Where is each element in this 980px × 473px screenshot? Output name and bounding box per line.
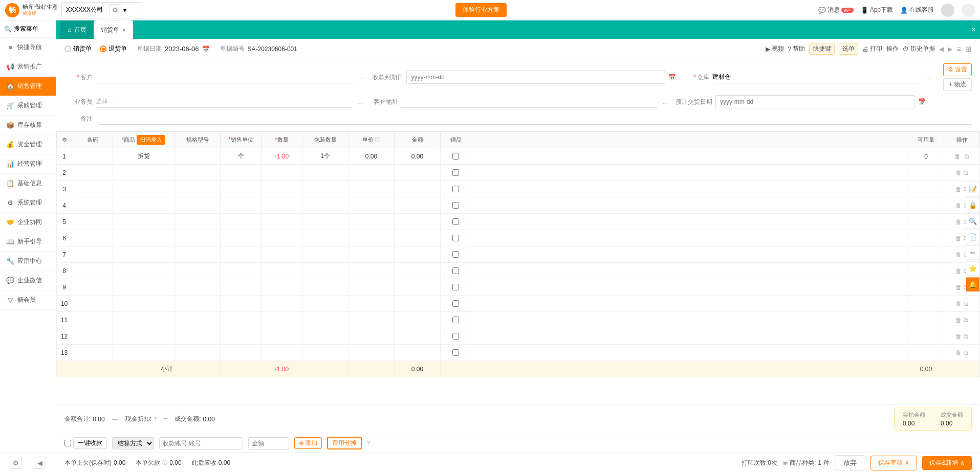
gift-checkbox[interactable] bbox=[452, 218, 459, 225]
row-spec[interactable] bbox=[175, 165, 221, 181]
payment-method-select[interactable]: 结算方式 bbox=[112, 437, 154, 449]
row-pack-qty[interactable] bbox=[302, 296, 349, 312]
row-unit[interactable] bbox=[221, 279, 262, 296]
row-unit[interactable] bbox=[221, 263, 262, 279]
sidebar-item-purchase[interactable]: 🛒 采购管理 bbox=[0, 96, 56, 116]
customer-addr-input[interactable] bbox=[401, 96, 657, 108]
copy-icon[interactable]: ⧉ bbox=[964, 349, 968, 356]
account-input[interactable] bbox=[159, 437, 243, 449]
gift-checkbox[interactable] bbox=[452, 267, 459, 274]
gift-checkbox[interactable] bbox=[452, 333, 459, 340]
row-spec[interactable] bbox=[175, 181, 221, 197]
shortcut-btn[interactable]: 快捷键 bbox=[809, 43, 835, 55]
row-unit-price[interactable] bbox=[349, 312, 395, 328]
sidebar-item-quick-nav[interactable]: ≡ 快捷导航 bbox=[0, 38, 56, 57]
row-gift[interactable] bbox=[441, 263, 471, 279]
row-unit-price[interactable] bbox=[349, 279, 395, 296]
row-spec[interactable] bbox=[175, 148, 221, 165]
delete-icon[interactable]: 🗑 bbox=[955, 333, 962, 340]
row-barcode[interactable] bbox=[72, 296, 113, 312]
gift-checkbox[interactable] bbox=[452, 235, 459, 241]
row-qty[interactable] bbox=[262, 345, 302, 361]
company-selector[interactable]: XXXXXX公司 ⚙ ▾ bbox=[61, 2, 143, 18]
expected-date-input[interactable] bbox=[715, 95, 915, 108]
row-barcode[interactable] bbox=[72, 312, 113, 328]
print-btn[interactable]: 🖨 打印 bbox=[862, 44, 882, 53]
next-icon[interactable]: ▶ bbox=[948, 46, 952, 53]
row-unit[interactable] bbox=[221, 230, 262, 246]
copy-icon[interactable]: ⧉ bbox=[964, 333, 968, 340]
sidebar-item-finance[interactable]: 💰 资金管理 bbox=[0, 135, 56, 154]
row-unit[interactable] bbox=[221, 312, 262, 328]
row-gift[interactable] bbox=[441, 345, 471, 361]
sidebar-item-operation[interactable]: 📊 经营管理 bbox=[0, 154, 56, 174]
row-spec[interactable] bbox=[175, 312, 221, 328]
copy-icon[interactable]: ⧉ bbox=[964, 317, 968, 324]
row-unit-price[interactable] bbox=[349, 230, 395, 246]
tab-close-icon[interactable]: × bbox=[122, 27, 125, 33]
row-unit[interactable] bbox=[221, 181, 262, 197]
row-barcode[interactable] bbox=[72, 328, 113, 345]
delete-icon[interactable]: 🗑 bbox=[955, 186, 962, 193]
message-btn[interactable]: 💬 消息 99+ bbox=[818, 6, 853, 14]
row-spec[interactable] bbox=[175, 296, 221, 312]
row-product[interactable]: 拆货 bbox=[113, 148, 175, 165]
row-spec[interactable] bbox=[175, 197, 221, 214]
select-order-btn[interactable]: 选单 bbox=[839, 43, 858, 55]
video-btn[interactable]: ▶ 视频 bbox=[766, 44, 784, 53]
delete-icon[interactable]: 🗑 bbox=[955, 267, 962, 275]
row-amount[interactable] bbox=[395, 279, 441, 296]
row-product[interactable] bbox=[113, 181, 175, 197]
row-unit[interactable] bbox=[221, 246, 262, 263]
save-new-button[interactable]: 保存&新增 ∧ bbox=[922, 456, 972, 470]
row-qty[interactable] bbox=[262, 214, 302, 230]
row-spec[interactable] bbox=[175, 246, 221, 263]
gift-checkbox[interactable] bbox=[452, 251, 459, 258]
row-amount[interactable] bbox=[395, 197, 441, 214]
scan-btn[interactable]: 扫码录入 bbox=[137, 135, 165, 145]
sidebar-search[interactable]: 🔍 搜索菜单 bbox=[0, 20, 56, 38]
row-product[interactable] bbox=[113, 345, 175, 361]
sidebar-item-marketing[interactable]: 📢 营销推广 bbox=[0, 57, 56, 77]
row-gift[interactable] bbox=[441, 328, 471, 345]
row-gift[interactable] bbox=[441, 165, 471, 181]
delete-icon[interactable]: 🗑 bbox=[955, 202, 962, 209]
warehouse-input[interactable]: 建材仓 bbox=[712, 71, 921, 83]
rf-btn-2[interactable]: 🔒 bbox=[966, 197, 980, 212]
row-pack-qty[interactable] bbox=[302, 230, 349, 246]
add-payment-btn[interactable]: ⊕ 添加 bbox=[294, 437, 322, 449]
copy-icon[interactable]: ⧉ bbox=[964, 169, 968, 176]
sidebar-item-base[interactable]: 📋 基础信息 bbox=[0, 174, 56, 193]
list-view-icon[interactable]: ≡ bbox=[956, 44, 961, 53]
row-unit-price[interactable] bbox=[349, 263, 395, 279]
row-pack-qty[interactable] bbox=[302, 279, 349, 296]
gift-checkbox[interactable] bbox=[452, 300, 459, 307]
row-product[interactable] bbox=[113, 165, 175, 181]
due-date-calendar-icon[interactable]: 📅 bbox=[668, 74, 676, 81]
row-amount[interactable] bbox=[395, 181, 441, 197]
row-qty[interactable] bbox=[262, 312, 302, 328]
row-product[interactable] bbox=[113, 230, 175, 246]
row-amount[interactable] bbox=[395, 345, 441, 361]
row-amount[interactable] bbox=[395, 263, 441, 279]
sidebar-item-member[interactable]: ▽ 畅会员 bbox=[0, 290, 56, 310]
row-unit[interactable] bbox=[221, 345, 262, 361]
row-qty[interactable] bbox=[262, 181, 302, 197]
row-qty[interactable] bbox=[262, 165, 302, 181]
due-date-input[interactable] bbox=[406, 71, 665, 84]
salesman-dots[interactable]: … bbox=[355, 98, 365, 105]
tab-sales-order[interactable]: 销货单 × bbox=[94, 20, 133, 39]
date-picker-icon[interactable]: 📅 bbox=[202, 46, 210, 53]
gift-checkbox[interactable] bbox=[452, 153, 459, 160]
close-panel-icon[interactable]: × bbox=[971, 25, 976, 34]
one-click-checkbox[interactable] bbox=[64, 440, 71, 446]
row-unit-price[interactable] bbox=[349, 328, 395, 345]
row-unit[interactable] bbox=[221, 214, 262, 230]
delete-icon[interactable]: 🗑 bbox=[955, 284, 962, 291]
delete-icon[interactable]: 🗑 bbox=[955, 218, 962, 226]
row-barcode[interactable] bbox=[72, 181, 113, 197]
row-product[interactable] bbox=[113, 296, 175, 312]
row-barcode[interactable] bbox=[72, 246, 113, 263]
row-qty[interactable] bbox=[262, 279, 302, 296]
row-qty[interactable]: -1.00 bbox=[262, 148, 302, 165]
